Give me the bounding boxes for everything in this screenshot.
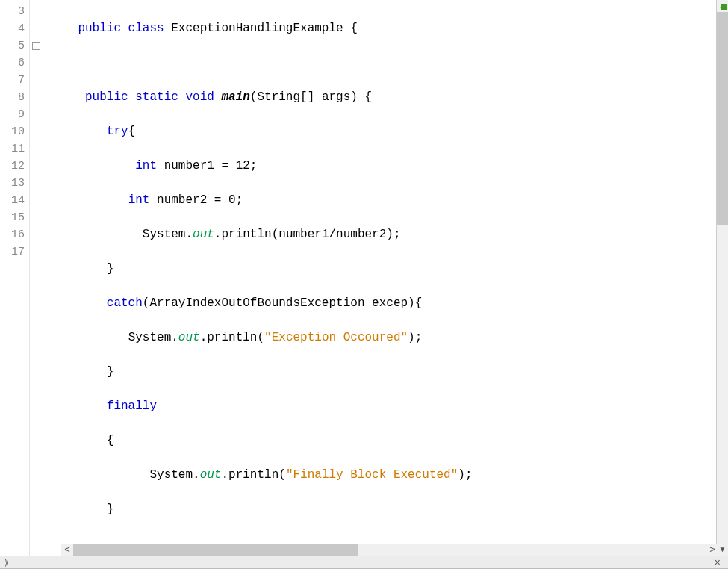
line-no: 9 — [0, 106, 25, 123]
code-line: { — [49, 432, 716, 450]
line-no: 15 — [0, 209, 25, 226]
line-no: 12 — [0, 158, 25, 175]
code-line: System.out.println("Finally Block Execut… — [49, 467, 716, 484]
line-no: 6 — [0, 55, 25, 72]
code-line: } — [49, 364, 716, 381]
error-marker-icon[interactable] — [721, 4, 727, 10]
line-no: 11 — [0, 140, 25, 158]
line-no: 4 — [0, 20, 25, 37]
line-no: 7 — [0, 72, 25, 89]
editor-vertical-scrollbar[interactable]: ▲ ▼ — [716, 0, 728, 556]
editor-horizontal-scrollbar[interactable]: < > — [61, 544, 718, 556]
expand-chevron-icon[interactable]: ⟫ — [4, 558, 9, 568]
line-no: 17 — [0, 243, 25, 261]
scroll-down-icon[interactable]: ▼ — [717, 544, 728, 556]
panel-separator[interactable]: ⟫ × — [0, 556, 728, 569]
fold-column: − — [30, 0, 43, 556]
scroll-thumb[interactable] — [73, 544, 358, 556]
line-no: 8 — [0, 89, 25, 106]
code-line: try{ — [49, 123, 716, 140]
scroll-left-icon[interactable]: < — [61, 544, 73, 556]
code-line: System.out.println(number1/number2); — [49, 226, 716, 243]
code-area[interactable]: public class ExceptionHandlingExample { … — [43, 0, 716, 556]
code-line: public class ExceptionHandlingExample { — [49, 20, 716, 37]
code-editor[interactable]: 3 4 5 6 7 8 9 10 11 12 13 14 15 16 17 − … — [0, 0, 728, 556]
line-no: 13 — [0, 175, 25, 192]
code-line: public static void main(String[] args) { — [49, 89, 716, 106]
code-line: int number1 = 12; — [49, 158, 716, 175]
line-gutter: 3 4 5 6 7 8 9 10 11 12 13 14 15 16 17 — [0, 0, 30, 556]
code-line: int number2 = 0; — [49, 192, 716, 209]
line-no: 16 — [0, 226, 25, 243]
code-line — [49, 55, 716, 72]
code-line: } — [49, 501, 716, 518]
scroll-right-icon[interactable]: > — [706, 544, 718, 556]
fold-toggle[interactable]: − — [32, 42, 40, 50]
line-no: 5 — [0, 37, 25, 55]
code-line: System.out.println("Exception Occoured")… — [49, 329, 716, 346]
code-line: finally — [49, 398, 716, 415]
line-no: 3 — [0, 3, 25, 20]
code-line: catch(ArrayIndexOutOfBoundsException exc… — [49, 295, 716, 312]
line-no: 10 — [0, 123, 25, 140]
scroll-thumb[interactable] — [717, 12, 728, 225]
close-icon[interactable]: × — [712, 556, 724, 568]
code-line: } — [49, 261, 716, 278]
line-no: 14 — [0, 192, 25, 209]
